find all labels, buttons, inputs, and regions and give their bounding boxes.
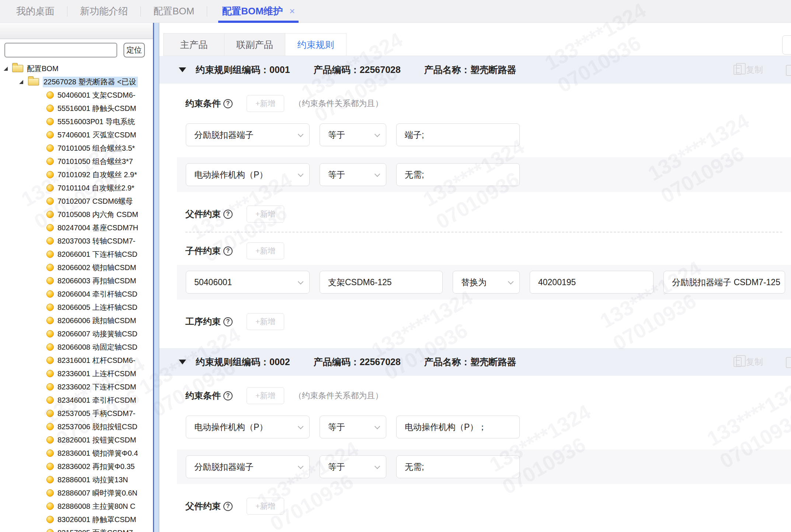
- target-name-input[interactable]: 分励脱扣器端子 CSDM7-125: [663, 271, 785, 294]
- tree-item[interactable]: 82886008 主拉簧80N C: [0, 500, 153, 513]
- top-tab-config-bom[interactable]: 配置BOM: [153, 5, 194, 18]
- tree-item[interactable]: 70101092 自攻螺丝 2.9*: [0, 168, 153, 181]
- copy-button[interactable]: 复制: [733, 348, 763, 376]
- tree-item[interactable]: 82886007 瞬时弹簧0.6N: [0, 486, 153, 500]
- tree-item[interactable]: 82537006 脱扣按钮CSD: [0, 420, 153, 433]
- tree-item[interactable]: 57406001 灭弧室CSDM: [0, 128, 153, 141]
- tree-item[interactable]: 82886001 动拉簧13N: [0, 473, 153, 486]
- tree-item[interactable]: 82836002 再扣簧Φ0.35: [0, 460, 153, 473]
- panel-splitter[interactable]: [153, 23, 159, 532]
- add-parent-constraint-button[interactable]: +新增: [247, 206, 284, 223]
- tree-item[interactable]: 82316001 杠杆CSDM6-: [0, 354, 153, 367]
- tree-item[interactable]: 80247004 基座CSDM7H: [0, 221, 153, 234]
- tab-joint-product[interactable]: 联副产品: [224, 34, 285, 56]
- tree-item[interactable]: 82346001 牵引杆CSDM: [0, 393, 153, 407]
- condition-section-head: 约束条件 ? +新增 （约束条件关系都为且）: [185, 95, 791, 112]
- condition-value-input[interactable]: 无需;: [396, 455, 520, 478]
- tab-main-product[interactable]: 主产品: [164, 34, 224, 56]
- add-parent-constraint-button[interactable]: +新增: [247, 498, 284, 515]
- top-tab-my-desktop[interactable]: 我的桌面: [16, 5, 55, 18]
- help-icon[interactable]: ?: [223, 317, 233, 326]
- add-child-constraint-button[interactable]: +新增: [247, 242, 284, 259]
- collapse-triangle-icon[interactable]: [179, 67, 186, 72]
- part-icon: [46, 91, 54, 99]
- group-code: 0002: [269, 357, 290, 367]
- clipped-corner-button[interactable]: [782, 35, 791, 55]
- tree-item[interactable]: 82066003 再扣轴CSDM: [0, 274, 153, 287]
- tree-item[interactable]: 83026001 静触罩CSDM: [0, 513, 153, 526]
- add-condition-button[interactable]: +新增: [247, 95, 284, 112]
- child-name-input[interactable]: 支架CSDM6-125: [320, 271, 443, 294]
- condition-row: 电动操作机构（P） 等于 电动操作机构（P）；: [177, 410, 791, 444]
- close-icon[interactable]: ×: [289, 6, 295, 17]
- part-icon: [46, 516, 54, 523]
- tab-constraint-rules[interactable]: 约束规则: [285, 34, 346, 56]
- condition-field-select[interactable]: 电动操作机构（P）: [186, 163, 310, 186]
- parent-constraint-head: 父件约束 ? +新增: [185, 497, 791, 515]
- tree-item[interactable]: 82066004 牵引杆轴CSD: [0, 287, 153, 301]
- product-code: 22567028: [360, 357, 401, 367]
- help-icon[interactable]: ?: [223, 210, 233, 219]
- tree-node-root[interactable]: 配置BOM: [0, 62, 153, 75]
- child-action-select[interactable]: 替换为: [453, 271, 520, 294]
- help-icon[interactable]: ?: [223, 246, 233, 256]
- add-process-constraint-button[interactable]: +新增: [247, 313, 284, 330]
- tree-item[interactable]: 70101005 组合螺丝3.5*: [0, 141, 153, 155]
- tree-search-input[interactable]: [4, 43, 117, 57]
- collapse-triangle-icon[interactable]: [179, 360, 186, 364]
- tree-item[interactable]: 82336001 上连杆CSDM: [0, 367, 153, 380]
- help-icon[interactable]: ?: [223, 391, 233, 400]
- tree-item[interactable]: 70105008 内六角 CSDM: [0, 208, 153, 221]
- tree-item[interactable]: 82066005 上连杆轴CSD: [0, 301, 153, 314]
- help-icon[interactable]: ?: [223, 99, 233, 108]
- condition-value-input[interactable]: 无需;: [396, 163, 520, 186]
- tab-divider: [67, 6, 67, 17]
- condition-field-select[interactable]: 分励脱扣器端子: [186, 123, 310, 146]
- part-icon: [46, 529, 54, 532]
- child-code-select[interactable]: 50406001: [186, 271, 310, 294]
- condition-value-input[interactable]: 端子;: [396, 123, 520, 146]
- tree-node-product[interactable]: 22567028 塑壳断路器 <已设: [0, 75, 153, 88]
- tree-item[interactable]: 82066001 下连杆轴CSD: [0, 248, 153, 261]
- condition-field-select[interactable]: 分励脱扣器端子: [186, 455, 310, 478]
- tree-item[interactable]: 82826001 按钮簧CSDM: [0, 433, 153, 447]
- tree-item[interactable]: 55516001 静触头CSDM: [0, 102, 153, 115]
- top-tab-config-bom-maintain[interactable]: 配置BOM维护 ×: [220, 0, 297, 23]
- condition-value-input[interactable]: 电动操作机构（P）；: [396, 416, 520, 438]
- part-icon: [46, 330, 54, 337]
- tree-item[interactable]: 70101104 自攻螺丝2.9*: [0, 181, 153, 195]
- tree-item[interactable]: 82066002 锁扣轴CSDM: [0, 261, 153, 274]
- top-tab-new-features[interactable]: 新功能介绍: [80, 5, 128, 18]
- tree-item[interactable]: 70101050 组合螺丝3*7: [0, 155, 153, 168]
- tree-item[interactable]: 82066006 跳扣轴CSDM: [0, 314, 153, 327]
- tree-item[interactable]: 50406001 支架CSDM6-: [0, 88, 153, 102]
- condition-operator-select[interactable]: 等于: [320, 123, 386, 146]
- tree-item[interactable]: 82066008 动固定轴CSD: [0, 340, 153, 354]
- condition-field-select[interactable]: 电动操作机构（P）: [186, 416, 310, 438]
- tree-item[interactable]: 82066007 动接簧轴CSD: [0, 327, 153, 340]
- target-code-input[interactable]: 40200195: [530, 271, 654, 294]
- expand-triangle-icon[interactable]: [4, 67, 8, 71]
- part-icon: [46, 144, 54, 152]
- condition-operator-select[interactable]: 等于: [320, 163, 386, 186]
- help-icon[interactable]: ?: [223, 502, 233, 511]
- product-name: 塑壳断路器: [470, 357, 516, 367]
- part-icon: [46, 436, 54, 444]
- tree-item[interactable]: 82836001 锁扣弹簧Φ0.4: [0, 447, 153, 460]
- add-condition-button[interactable]: +新增: [247, 387, 284, 404]
- condition-operator-select[interactable]: 等于: [320, 455, 386, 478]
- locate-button[interactable]: 定位: [123, 43, 145, 57]
- expand-triangle-icon[interactable]: [19, 80, 23, 84]
- condition-operator-select[interactable]: 等于: [320, 416, 386, 438]
- chevron-down-icon: [298, 423, 304, 429]
- tree-item[interactable]: 82037003 转轴CSDM7-: [0, 234, 153, 248]
- clipped-delete-icon[interactable]: [786, 357, 791, 368]
- tree-item[interactable]: 70102007 CSDM6螺母: [0, 195, 153, 208]
- tree-item[interactable]: 82336002 下连杆CSDM: [0, 380, 153, 393]
- copy-button[interactable]: 复制: [733, 56, 763, 84]
- tree-item[interactable]: 83157005 面盖CSDM7-: [0, 526, 153, 532]
- part-icon: [46, 118, 54, 125]
- tree-item[interactable]: 82537005 手柄CSDM7-: [0, 407, 153, 420]
- tree-item[interactable]: 55516003P01 导电系统: [0, 115, 153, 128]
- clipped-delete-icon[interactable]: [786, 65, 791, 76]
